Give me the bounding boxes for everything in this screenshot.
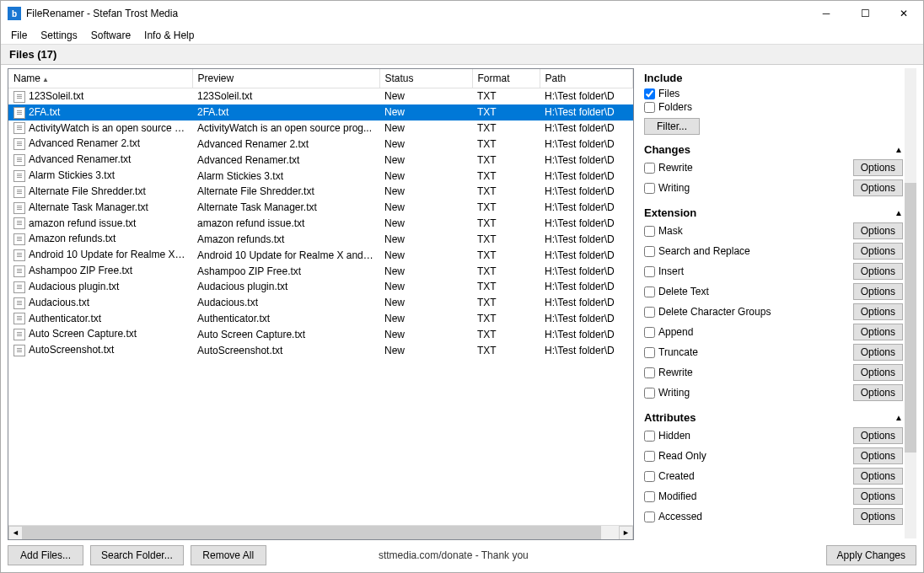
options-button[interactable]: Options <box>853 283 903 300</box>
table-row[interactable]: Android 10 Update for Realme X an...Andr… <box>8 247 633 263</box>
add-files-button[interactable]: Add Files... <box>8 545 83 565</box>
table-row[interactable]: amazon refund issue.txtamazon refund iss… <box>8 216 633 232</box>
option-row: MaskOptions <box>644 222 903 239</box>
extension-collapse-icon[interactable]: ▲ <box>894 208 903 217</box>
options-button[interactable]: Options <box>853 488 903 505</box>
menubar: File Settings Software Info & Help <box>1 26 923 45</box>
option-checkbox[interactable] <box>644 367 655 378</box>
maximize-button[interactable]: ☐ <box>846 1 884 26</box>
option-label-wrap: Modified <box>644 490 853 502</box>
include-folders-checkbox[interactable] <box>644 102 655 113</box>
vertical-scrollbar[interactable] <box>905 68 916 538</box>
search-folder-button[interactable]: Search Folder... <box>90 545 184 565</box>
options-button[interactable]: Options <box>853 222 903 239</box>
scroll-right-icon[interactable]: ► <box>619 526 633 540</box>
option-checkbox[interactable] <box>644 347 655 358</box>
cell-path: H:\Test folder\D <box>540 152 633 168</box>
option-row: Delete TextOptions <box>644 283 903 300</box>
cell-preview: Auto Screen Capture.txt <box>192 326 379 342</box>
table-row[interactable]: Amazon refunds.txtAmazon refunds.txtNewT… <box>8 231 633 247</box>
include-files-checkbox[interactable] <box>644 88 655 99</box>
table-row[interactable]: Alternate File Shredder.txtAlternate Fil… <box>8 184 633 200</box>
options-button[interactable]: Options <box>853 179 903 196</box>
col-path[interactable]: Path <box>540 69 633 88</box>
options-button[interactable]: Options <box>853 364 903 381</box>
menu-info-help[interactable]: Info & Help <box>137 28 201 43</box>
option-checkbox[interactable] <box>644 183 655 194</box>
options-button[interactable]: Options <box>853 324 903 340</box>
option-label: Search and Replace <box>658 245 750 257</box>
table-row[interactable]: Alternate Task Manager.txtAlternate Task… <box>8 200 633 216</box>
options-button[interactable]: Options <box>853 384 903 401</box>
option-checkbox[interactable] <box>644 163 655 174</box>
changes-collapse-icon[interactable]: ▲ <box>894 145 903 154</box>
menu-file[interactable]: File <box>4 28 34 43</box>
table-row[interactable]: Auto Screen Capture.txtAuto Screen Captu… <box>8 326 633 342</box>
options-button[interactable]: Options <box>853 468 903 485</box>
remove-all-button[interactable]: Remove All <box>191 545 266 565</box>
options-button[interactable]: Options <box>853 303 903 320</box>
option-label: Writing <box>658 182 690 194</box>
option-checkbox[interactable] <box>644 491 655 502</box>
file-icon <box>13 217 25 229</box>
close-button[interactable]: ✕ <box>884 1 923 26</box>
table-row[interactable]: Advanced Renamer.txtAdvanced Renamer.txt… <box>8 152 633 168</box>
option-checkbox[interactable] <box>644 307 655 318</box>
cell-status: New <box>379 168 472 184</box>
scroll-track[interactable] <box>23 526 619 540</box>
table-row[interactable]: Authenticator.txtAuthenticator.txtNewTXT… <box>8 311 633 327</box>
col-status[interactable]: Status <box>379 69 472 88</box>
table-row[interactable]: Alarm Stickies 3.txtAlarm Stickies 3.txt… <box>8 168 633 184</box>
col-format[interactable]: Format <box>472 69 540 88</box>
option-checkbox[interactable] <box>644 327 655 338</box>
cell-format: TXT <box>472 342 540 358</box>
option-checkbox[interactable] <box>644 246 655 257</box>
options-button[interactable]: Options <box>853 344 903 361</box>
minimize-button[interactable]: ─ <box>807 1 846 26</box>
horizontal-scrollbar[interactable]: ◄ ► <box>8 525 633 539</box>
option-checkbox[interactable] <box>644 388 655 399</box>
table-row[interactable]: AutoScreenshot.txtAutoScreenshot.txtNewT… <box>8 342 633 358</box>
table-row[interactable]: Audacious.txtAudacious.txtNewTXTH:\Test … <box>8 295 633 311</box>
option-checkbox[interactable] <box>644 511 655 522</box>
option-checkbox[interactable] <box>644 451 655 462</box>
cell-status: New <box>379 279 472 295</box>
option-label: Accessed <box>658 511 702 522</box>
table-row[interactable]: Audacious plugin.txtAudacious plugin.txt… <box>8 279 633 295</box>
table-row[interactable]: Advanced Renamer 2.txtAdvanced Renamer 2… <box>8 136 633 152</box>
cell-path: H:\Test folder\D <box>540 295 633 311</box>
scroll-left-icon[interactable]: ◄ <box>8 526 23 540</box>
cell-status: New <box>379 295 472 311</box>
menu-settings[interactable]: Settings <box>34 28 83 43</box>
menu-software[interactable]: Software <box>84 28 137 43</box>
options-button[interactable]: Options <box>853 159 903 176</box>
cell-name: 123Soleil.txt <box>8 88 192 104</box>
cell-format: TXT <box>472 216 540 232</box>
cell-status: New <box>379 200 472 216</box>
cell-name: Ashampoo ZIP Free.txt <box>8 263 192 279</box>
table-row[interactable]: 123Soleil.txt123Soleil.txtNewTXTH:\Test … <box>8 88 633 104</box>
filter-button[interactable]: Filter... <box>644 118 700 135</box>
col-name[interactable]: Name▲ <box>8 69 192 88</box>
option-checkbox[interactable] <box>644 286 655 297</box>
table-row[interactable]: 2FA.txt2FA.txtNewTXTH:\Test folder\D <box>8 104 633 120</box>
cell-path: H:\Test folder\D <box>540 247 633 263</box>
attributes-collapse-icon[interactable]: ▲ <box>894 413 903 422</box>
option-checkbox[interactable] <box>644 471 655 482</box>
col-preview[interactable]: Preview <box>192 69 379 88</box>
file-icon <box>13 122 25 134</box>
table-row[interactable]: Ashampoo ZIP Free.txtAshampoo ZIP Free.t… <box>8 263 633 279</box>
options-button[interactable]: Options <box>853 263 903 280</box>
scroll-thumb[interactable] <box>23 526 601 540</box>
options-button[interactable]: Options <box>853 243 903 260</box>
apply-changes-button[interactable]: Apply Changes <box>826 545 916 565</box>
options-button[interactable]: Options <box>853 508 903 525</box>
vscroll-thumb[interactable] <box>905 183 916 453</box>
option-checkbox[interactable] <box>644 431 655 442</box>
option-checkbox[interactable] <box>644 226 655 237</box>
donate-text: sttmedia.com/donate - Thank you <box>273 549 634 561</box>
option-checkbox[interactable] <box>644 266 655 277</box>
options-button[interactable]: Options <box>853 427 903 444</box>
table-row[interactable]: ActivityWatch is an open source pr...Act… <box>8 120 633 137</box>
options-button[interactable]: Options <box>853 447 903 464</box>
